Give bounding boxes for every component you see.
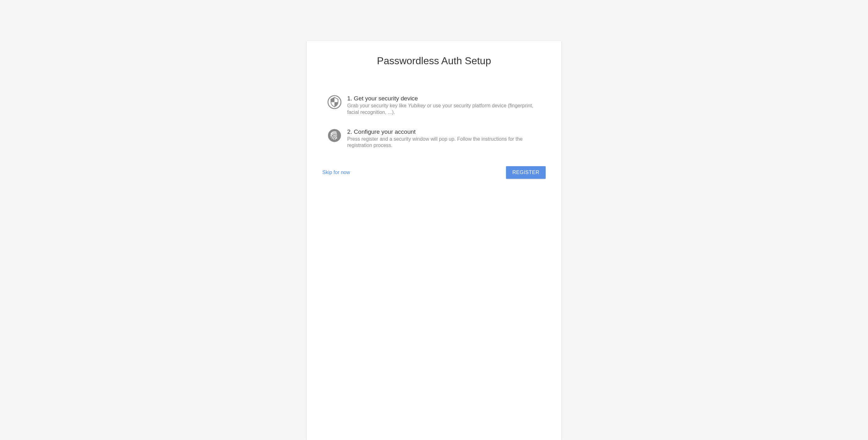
shield-icon bbox=[328, 95, 342, 109]
step-1-description: Grab your security key like Yubikey or u… bbox=[347, 102, 546, 116]
step-item-2: 2. Configure your account Press register… bbox=[322, 128, 546, 149]
step-content-1: 1. Get your security device Grab your se… bbox=[347, 95, 546, 116]
actions-row: Skip for now REGISTER bbox=[322, 166, 546, 179]
step-1-title: 1. Get your security device bbox=[347, 95, 546, 102]
step-2-description: Press register and a security window wil… bbox=[347, 136, 546, 149]
skip-link[interactable]: Skip for now bbox=[322, 170, 350, 175]
step-content-2: 2. Configure your account Press register… bbox=[347, 128, 546, 149]
fingerprint-icon bbox=[328, 128, 342, 143]
step-2-title: 2. Configure your account bbox=[347, 128, 546, 135]
page-title: Passwordless Auth Setup bbox=[322, 55, 546, 67]
auth-setup-card: Passwordless Auth Setup 1. Get your secu… bbox=[307, 41, 561, 440]
step-item-1: 1. Get your security device Grab your se… bbox=[322, 95, 546, 116]
register-button[interactable]: REGISTER bbox=[506, 166, 546, 179]
